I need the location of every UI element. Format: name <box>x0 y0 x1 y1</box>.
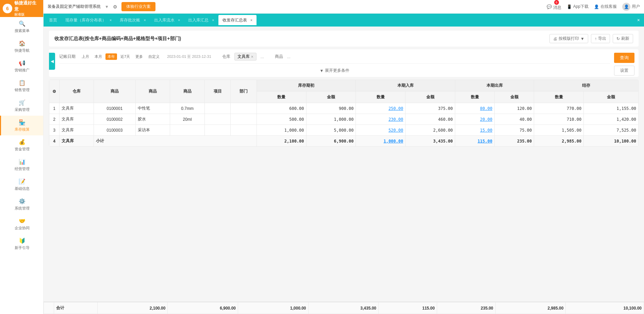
row2-in-qty[interactable]: 230.00 <box>356 114 406 125</box>
row3-close-qty: 1,505.00 <box>534 125 584 136</box>
close-receive-summary-icon[interactable]: × <box>250 18 252 22</box>
table-footer: 合计 2,100.00 6,900.00 1,000.00 3,435.00 1… <box>44 301 644 314</box>
row2-in-amt: 460.00 <box>406 114 455 125</box>
sidebar-item-purchase[interactable]: 🛒 采购管理 <box>0 96 43 116</box>
filter-actions: 查询 设置 <box>614 53 639 76</box>
setting-button[interactable]: 设置 <box>614 66 634 76</box>
close-inout-flow-icon[interactable]: × <box>178 18 180 22</box>
date-btn-this-year[interactable]: 本年 <box>105 53 117 60</box>
sidebar-item-label: 新手引导 <box>15 245 30 250</box>
total-close-qty: 2,985.00 <box>495 302 566 314</box>
tab-receive-summary-label: 收发存汇总表 <box>222 17 247 23</box>
sidebar-item-enterprise[interactable]: 🤝 企业协同 <box>0 214 43 234</box>
sidebar-item-search[interactable]: 🔍 搜索菜单 <box>0 17 43 37</box>
row1-close-amt: 1,155.00 <box>584 103 639 114</box>
sidebar-item-marketing[interactable]: 📢 营销推广 <box>0 56 43 76</box>
sidebar-item-label: 搜索菜单 <box>15 28 30 33</box>
data-table: ⚙ 仓库 商品 商品 商品 项目 部门 库存期初 本期入库 本期出库 结存 数量 <box>49 80 639 147</box>
row3-open-amt: 5,000.00 <box>306 125 356 136</box>
date-filter-label: 记账日期 <box>59 54 76 60</box>
subtotal-no: 4 <box>49 136 60 147</box>
date-btn-last-month[interactable]: 上月 <box>80 53 91 60</box>
sidebar-item-operations[interactable]: 📊 经营管理 <box>0 155 43 175</box>
guide-icon: 🔰 <box>19 237 26 244</box>
subtotal-label: 小计 <box>94 136 257 147</box>
total-label: 合计 <box>54 302 98 314</box>
settings-icon[interactable]: ⚙ <box>113 4 117 10</box>
sidebar-item-inventory[interactable]: 🏪 库存核算 <box>0 116 43 135</box>
online-service-action[interactable]: 👤 在线客服 <box>594 4 617 10</box>
total-open-amt: 6,900.00 <box>168 302 238 314</box>
collapse-button[interactable]: ◀ <box>49 53 55 70</box>
sidebar-item-quicknav[interactable]: 🏠 快捷导航 <box>0 37 43 56</box>
row1-close-qty: 770.00 <box>534 103 584 114</box>
home-icon: 🏠 <box>19 40 26 47</box>
row1-in-qty[interactable]: 250.00 <box>356 103 406 114</box>
system-name: 装备及固定资产辅助管理系统 <box>48 4 101 10</box>
row3-out-qty[interactable]: 15.00 <box>455 125 495 136</box>
sidebar-item-label: 系统管理 <box>15 206 30 211</box>
trial-button[interactable]: 体验行业方案 <box>121 2 155 11</box>
subtotal-open-qty: 2,100.00 <box>257 136 306 147</box>
subtotal-out-qty[interactable]: 115.00 <box>455 136 495 147</box>
total-open-qty: 2,100.00 <box>97 302 168 314</box>
tab-batch-label: 库存批次账 <box>120 17 140 23</box>
row2-out-qty[interactable]: 20.00 <box>455 114 495 125</box>
sidebar-item-guide[interactable]: 🔰 新手引导 <box>0 234 43 254</box>
tab-receive-summary[interactable]: 收发存汇总表 × <box>218 15 257 25</box>
col-settings-header[interactable]: ⚙ <box>49 80 60 103</box>
sidebar-item-sales[interactable]: 📋 销售管理 <box>0 76 43 96</box>
close-inventory-dist-icon[interactable]: × <box>110 18 112 22</box>
sidebar-item-finance[interactable]: 💰 资金管理 <box>0 135 43 155</box>
row1-out-qty[interactable]: 80.00 <box>455 103 495 114</box>
tab-batch[interactable]: 库存批次账 × <box>116 15 150 25</box>
expand-filter-button[interactable]: ▼ 展开更多条件 <box>59 66 610 75</box>
print-icon: 🖨 <box>553 36 557 41</box>
tab-inventory-dist[interactable]: 现存量（库存分布表） × <box>61 15 116 25</box>
sidebar-item-label: 营销推广 <box>15 68 30 73</box>
close-batch-icon[interactable]: × <box>144 18 146 22</box>
date-btn-7days[interactable]: 近7天 <box>118 53 132 60</box>
row3-close-amt: 7,525.00 <box>584 125 639 136</box>
row3-in-qty[interactable]: 520.00 <box>356 125 406 136</box>
row3-goods-code: 0100003 <box>94 125 135 136</box>
notification-action[interactable]: 💬 6 消息 <box>547 3 561 11</box>
goods-filter-label: 商品 <box>275 54 283 60</box>
row3-goods-name: 采访本 <box>135 125 170 136</box>
print-dropdown-icon: ▼ <box>580 36 584 41</box>
sidebar-item-system[interactable]: ⚙️ 系统管理 <box>0 195 43 214</box>
row2-close-amt: 1,420.00 <box>584 114 639 125</box>
print-button[interactable]: 🖨 按模版打印 ▼ <box>549 34 588 43</box>
col-warehouse-header: 仓库 <box>60 80 94 103</box>
export-button[interactable]: ↑ 导出 <box>591 34 610 43</box>
warehouse-tag-remove-icon[interactable]: × <box>251 54 253 59</box>
subtotal-warehouse: 文具库 <box>60 136 94 147</box>
warehouse-more-button[interactable]: ... <box>261 54 264 59</box>
close-inout-summary-icon[interactable]: × <box>212 18 214 22</box>
system-dropdown-icon[interactable]: ▼ <box>105 4 109 9</box>
refresh-button[interactable]: ↻ 刷新 <box>613 34 633 43</box>
close-all-tabs-button[interactable]: × <box>634 17 643 23</box>
sidebar-item-basic[interactable]: 📝 基础信息 <box>0 175 43 195</box>
topbar-actions: 💬 6 消息 📱 App下载 👤 在线客服 👤 用户 <box>547 3 640 11</box>
sidebar-item-label: 企业协同 <box>15 226 30 231</box>
warehouse-filter-tag[interactable]: 文具库 × <box>234 53 257 61</box>
tab-inout-flow[interactable]: 出入库流水 × <box>150 15 184 25</box>
total-in-amt: 3,435.00 <box>308 302 379 314</box>
date-btn-this-month[interactable]: 本月 <box>93 53 104 60</box>
expand-icon: ▼ <box>320 68 324 73</box>
goods-more-button[interactable]: ... <box>287 54 291 59</box>
query-button[interactable]: 查询 <box>614 53 634 63</box>
tab-inout-summary[interactable]: 出入库汇总 × <box>184 15 218 25</box>
sidebar-item-label: 库存核算 <box>15 127 30 132</box>
col-out-amt-header: 金额 <box>495 92 534 103</box>
subtotal-in-qty[interactable]: 1,000.00 <box>356 136 406 147</box>
tab-home[interactable]: 首页 <box>45 15 61 25</box>
refresh-label: 刷新 <box>621 36 629 42</box>
subtotal-in-amt: 3,435.00 <box>406 136 455 147</box>
app-download-action[interactable]: 📱 App下载 <box>567 4 589 10</box>
user-action[interactable]: 👤 用户 <box>622 3 640 11</box>
date-btn-custom[interactable]: 自定义 <box>146 53 162 60</box>
date-btn-more[interactable]: 更多 <box>133 53 145 60</box>
tab-inventory-dist-label: 现存量（库存分布表） <box>65 17 106 23</box>
